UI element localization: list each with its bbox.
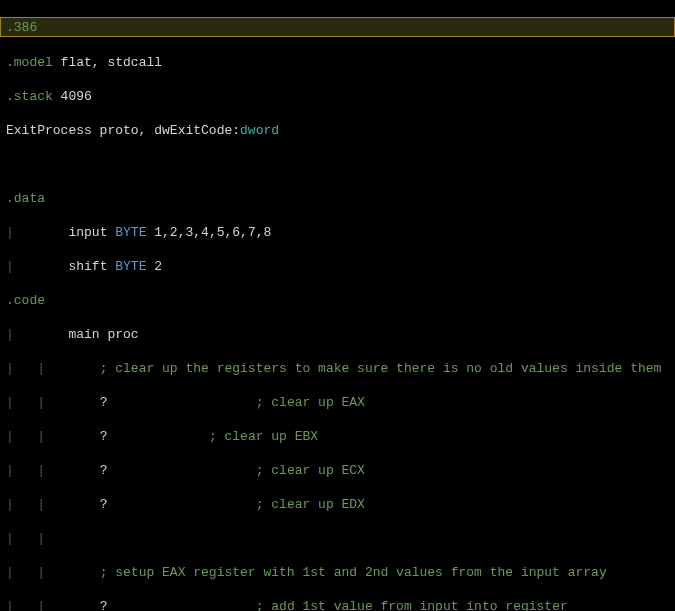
code-line: | | ? ; clear up EDX xyxy=(6,496,669,513)
indent xyxy=(37,225,68,240)
indent-guide: | xyxy=(6,225,37,240)
code-line: .code xyxy=(6,292,669,309)
directive: .code xyxy=(6,293,45,308)
code-line xyxy=(6,156,669,173)
indent-guide: | | xyxy=(6,395,68,410)
type-keyword: dword xyxy=(240,123,279,138)
placeholder: ? xyxy=(100,497,108,512)
comment: ; clear up EBX xyxy=(209,429,318,444)
code-line: | main proc xyxy=(6,326,669,343)
placeholder: ? xyxy=(100,599,108,611)
indent-guide: | xyxy=(6,327,37,342)
code-line: | | ? ; clear up EBX xyxy=(6,428,669,445)
identifier: input xyxy=(68,225,115,240)
indent xyxy=(68,429,99,444)
indent xyxy=(68,395,99,410)
code-line: | | ? ; clear up EAX xyxy=(6,394,669,411)
identifier: shift xyxy=(68,259,115,274)
code-text: 2 xyxy=(146,259,162,274)
directive: .stack xyxy=(6,89,53,104)
code-line: | shift BYTE 2 xyxy=(6,258,669,275)
code-line: ExitProcess proto, dwExitCode:dword xyxy=(6,122,669,139)
indent-guide: | | xyxy=(6,531,68,546)
placeholder: ? xyxy=(100,463,108,478)
indent-guide: | | xyxy=(6,361,68,376)
indent xyxy=(68,361,99,376)
code-text: .386 xyxy=(6,20,37,35)
comment: ; add 1st value from input into register xyxy=(256,599,568,611)
indent xyxy=(68,497,99,512)
indent-guide: | | xyxy=(6,497,68,512)
code-text: ExitProcess proto, dwExitCode: xyxy=(6,123,240,138)
indent xyxy=(37,259,68,274)
code-text: flat, stdcall xyxy=(53,55,162,70)
code-text: main proc xyxy=(68,327,138,342)
code-line: .model flat, stdcall xyxy=(6,54,669,71)
code-text: 4096 xyxy=(53,89,92,104)
comment: ; clear up EDX xyxy=(256,497,365,512)
code-line: .stack 4096 xyxy=(6,88,669,105)
comment: ; clear up EAX xyxy=(256,395,365,410)
directive: .model xyxy=(6,55,53,70)
comment: ; setup EAX register with 1st and 2nd va… xyxy=(100,565,607,580)
placeholder: ? xyxy=(100,429,108,444)
type-keyword: BYTE xyxy=(115,225,146,240)
placeholder: ? xyxy=(100,395,108,410)
code-line: | | ; setup EAX register with 1st and 2n… xyxy=(6,564,669,581)
indent xyxy=(68,463,99,478)
type-keyword: BYTE xyxy=(115,259,146,274)
current-line: .386 xyxy=(0,17,675,37)
indent-guide: | | xyxy=(6,429,68,444)
code-line: | | ? ; clear up ECX xyxy=(6,462,669,479)
code-line: | input BYTE 1,2,3,4,5,6,7,8 xyxy=(6,224,669,241)
directive: .data xyxy=(6,191,45,206)
indent xyxy=(37,327,68,342)
code-line: | | ; clear up the registers to make sur… xyxy=(6,360,669,377)
indent-guide: | | xyxy=(6,463,68,478)
indent-guide: | xyxy=(6,259,37,274)
comment: ; clear up ECX xyxy=(256,463,365,478)
code-line: | | xyxy=(6,530,669,547)
code-line: | | ? ; add 1st value from input into re… xyxy=(6,598,669,611)
code-editor: .386 .model flat, stdcall .stack 4096 Ex… xyxy=(0,0,675,611)
indent xyxy=(68,599,99,611)
indent xyxy=(68,565,99,580)
indent-guide: | | xyxy=(6,599,68,611)
code-text: 1,2,3,4,5,6,7,8 xyxy=(146,225,271,240)
code-line: .data xyxy=(6,190,669,207)
comment: ; clear up the registers to make sure th… xyxy=(100,361,662,376)
indent-guide: | | xyxy=(6,565,68,580)
